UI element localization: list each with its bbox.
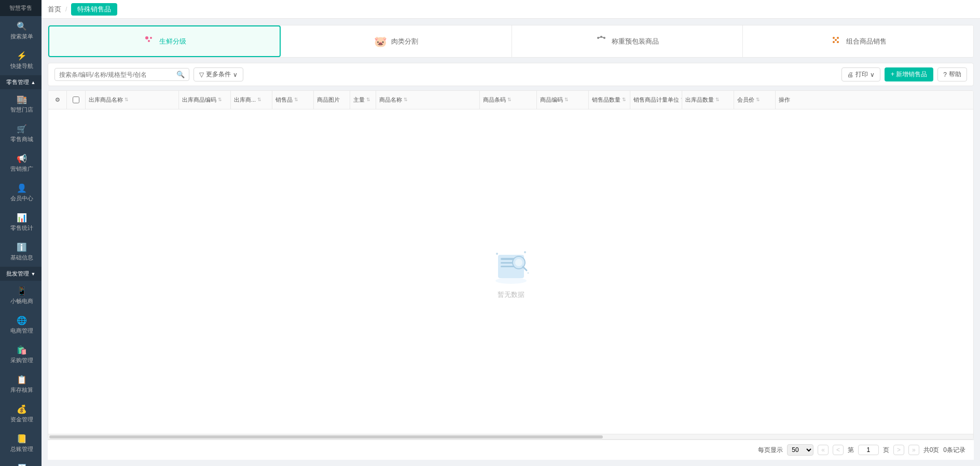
page-number-input[interactable] — [858, 445, 879, 455]
sidebar-item-smart-store[interactable]: 🏬 智慧门店 — [0, 89, 42, 119]
inventory-icon: 📋 — [17, 375, 27, 385]
sidebar-item-basic-info[interactable]: ℹ️ 基础信息 — [0, 237, 42, 267]
next-page-button[interactable]: > — [893, 445, 904, 455]
tab-combo[interactable]: 组合商品销售 — [743, 25, 973, 57]
breadcrumb-home[interactable]: 首页 — [48, 5, 61, 14]
empty-illustration — [488, 244, 534, 286]
sidebar-label-marketing: 营销推广 — [10, 165, 33, 173]
filter-label: 更多条件 — [206, 70, 231, 79]
th-out-qty: 出库品数量 ⇅ — [682, 91, 734, 109]
sidebar-item-ecommerce[interactable]: 🌐 电商管理 — [0, 310, 42, 340]
prev-page-button[interactable]: < — [833, 445, 844, 455]
per-page-select[interactable]: 10 20 50 100 — [787, 444, 813, 456]
sidebar-label-search: 搜索菜单 — [10, 33, 33, 40]
sale-item-sort-icon[interactable]: ⇅ — [294, 98, 298, 102]
smart-store-icon: 🏬 — [17, 94, 27, 104]
member-icon: 👤 — [17, 183, 27, 193]
member-price-sort-icon[interactable]: ⇅ — [756, 98, 760, 102]
out-spec-sort-icon[interactable]: ⇅ — [257, 98, 261, 102]
total-pages: 共0页 — [923, 446, 940, 455]
page-label: 第 — [848, 446, 854, 455]
th-out-spec: 出库商... ⇅ — [231, 91, 272, 109]
th-barcode: 商品条码 ⇅ — [480, 91, 537, 109]
wholesale-arrow-icon: ▼ — [31, 271, 36, 277]
retail-arrow-icon: ▲ — [31, 80, 36, 85]
goods-code-sort-icon[interactable]: ⇅ — [564, 98, 569, 102]
tab-bar: 生鲜分级 🐷 肉类分割 称重预包装商品 — [48, 25, 974, 58]
sidebar-item-quick[interactable]: ⚡ 快捷导航 — [0, 46, 42, 75]
help-button[interactable]: ? 帮助 — [937, 67, 967, 81]
retail-section-label: 零售管理 — [6, 78, 29, 86]
tab-fresh[interactable]: 生鲜分级 — [48, 25, 281, 57]
print-button[interactable]: 🖨 打印 ∨ — [841, 67, 880, 81]
sidebar-item-inventory[interactable]: 📋 库存核算 — [0, 369, 42, 399]
app-logo: 智慧零售 — [0, 0, 42, 16]
svg-point-12 — [835, 39, 837, 41]
sidebar-item-mini-shop[interactable]: 📱 小畅电商 — [0, 281, 42, 310]
sidebar-label-retail-stat: 零售统计 — [10, 224, 33, 232]
sidebar-item-retail-mall[interactable]: 🛒 零售商城 — [0, 119, 42, 148]
sidebar-item-finance[interactable]: 💰 资金管理 — [0, 399, 42, 429]
sidebar-item-search[interactable]: 🔍 搜索菜单 — [0, 16, 42, 46]
horizontal-scrollbar[interactable] — [48, 434, 973, 439]
new-sale-button[interactable]: + 新增销售品 — [885, 67, 933, 81]
table-header: ⚙ 出库商品名称 ⇅ 出库商品编码 ⇅ 出库商... ⇅ — [48, 91, 973, 109]
barcode-sort-icon[interactable]: ⇅ — [507, 98, 512, 102]
search-box[interactable]: 🔍 — [54, 68, 189, 81]
toolbar-left: 🔍 ▽ 更多条件 ∨ — [54, 67, 243, 81]
sidebar-item-retail-stat[interactable]: 📊 零售统计 — [0, 208, 42, 237]
select-all-checkbox[interactable] — [73, 97, 79, 103]
sidebar: 智慧零售 🔍 搜索菜单 ⚡ 快捷导航 零售管理 ▲ 🏬 智慧门店 🛒 零售商城 … — [0, 0, 42, 466]
scrollbar-thumb[interactable] — [49, 435, 603, 438]
svg-point-8 — [833, 37, 835, 39]
breadcrumb-current[interactable]: 特殊销售品 — [71, 3, 117, 16]
sidebar-label-quick: 快捷导航 — [10, 62, 33, 70]
tab-meat[interactable]: 🐷 肉类分割 — [281, 25, 512, 57]
sale-qty-sort-icon[interactable]: ⇅ — [622, 98, 626, 102]
svg-point-22 — [524, 251, 526, 253]
sidebar-item-invoice[interactable]: 🧾 发票管理 — [0, 458, 42, 466]
th-goods-name: 商品名称 ⇅ — [376, 91, 480, 109]
out-qty-sort-icon[interactable]: ⇅ — [715, 98, 720, 102]
tab-combo-label: 组合商品销售 — [846, 37, 887, 46]
tab-weight-icon — [595, 34, 608, 49]
first-page-button[interactable]: « — [818, 445, 829, 455]
sidebar-item-marketing[interactable]: 📢 营销推广 — [0, 148, 42, 178]
th-gear[interactable]: ⚙ — [48, 91, 67, 109]
topbar: 首页 / 特殊销售品 — [42, 0, 980, 19]
sidebar-item-general[interactable]: 📒 总账管理 — [0, 429, 42, 458]
svg-point-1 — [150, 37, 152, 39]
print-arrow-icon: ∨ — [870, 71, 875, 78]
main-sort-icon[interactable]: ⇅ — [366, 98, 370, 102]
toolbar-right: 🖨 打印 ∨ + 新增销售品 ? 帮助 — [841, 67, 967, 81]
sidebar-item-purchase[interactable]: 🛍️ 采购管理 — [0, 340, 42, 369]
purchase-icon: 🛍️ — [17, 345, 27, 355]
search-input[interactable] — [59, 71, 173, 78]
invoice-icon: 🧾 — [17, 463, 27, 466]
sidebar-label-basic-info: 基础信息 — [10, 254, 33, 262]
tab-combo-icon — [830, 34, 842, 49]
sidebar-section-wholesale[interactable]: 批发管理 ▼ — [0, 267, 42, 281]
filter-button[interactable]: ▽ 更多条件 ∨ — [194, 67, 243, 81]
out-code-sort-icon[interactable]: ⇅ — [218, 98, 222, 102]
last-page-button[interactable]: » — [908, 445, 919, 455]
svg-point-0 — [145, 36, 148, 39]
th-checkbox[interactable] — [67, 91, 86, 109]
search-icon[interactable]: 🔍 — [176, 71, 185, 78]
out-name-sort-icon[interactable]: ⇅ — [125, 98, 129, 102]
sidebar-label-mini-shop: 小畅电商 — [10, 297, 33, 305]
sidebar-item-member[interactable]: 👤 会员中心 — [0, 178, 42, 208]
main-area: 首页 / 特殊销售品 生鲜分级 🐷 肉类分割 — [42, 0, 980, 466]
table-area: ⚙ 出库商品名称 ⇅ 出库商品编码 ⇅ 出库商... ⇅ — [48, 90, 974, 440]
tab-weight[interactable]: 称重预包装商品 — [512, 25, 743, 57]
tab-meat-label: 肉类分割 — [391, 37, 418, 46]
breadcrumb-separator: / — [65, 6, 67, 13]
svg-point-21 — [496, 253, 498, 255]
svg-point-23 — [527, 272, 529, 273]
sidebar-section-retail[interactable]: 零售管理 ▲ — [0, 75, 42, 89]
tab-weight-label: 称重预包装商品 — [612, 37, 659, 46]
help-label: 帮助 — [949, 70, 961, 79]
basic-info-icon: ℹ️ — [17, 242, 27, 252]
sidebar-label-inventory: 库存核算 — [10, 386, 33, 394]
goods-name-sort-icon[interactable]: ⇅ — [404, 98, 408, 102]
